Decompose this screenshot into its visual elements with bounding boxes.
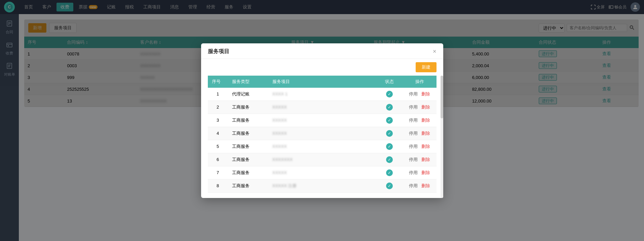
delete-button[interactable]: 删除 bbox=[421, 118, 430, 123]
modal-close-button[interactable]: × bbox=[433, 48, 437, 54]
modal-toolbar: 新建 bbox=[201, 59, 443, 76]
stop-button[interactable]: 停用 bbox=[409, 144, 418, 149]
modal-col-seq: 序号 bbox=[208, 76, 228, 88]
list-item: 3 工商服务 XXXXX ✓ 停用 删除 bbox=[208, 114, 437, 127]
status-check-icon: ✓ bbox=[386, 143, 393, 150]
list-item: 5 工商服务 XXXXX ✓ 停用 删除 bbox=[208, 140, 437, 153]
service-items-table: 序号 服务类型 服务项目 状态 操作 1 代理记账 XXXX 1 ✓ 停用 删除… bbox=[208, 76, 437, 193]
delete-button[interactable]: 删除 bbox=[421, 91, 430, 96]
stop-button[interactable]: 停用 bbox=[409, 183, 418, 188]
modal-header: 服务项目 × bbox=[201, 43, 443, 59]
stop-button[interactable]: 停用 bbox=[409, 118, 418, 123]
stop-button[interactable]: 停用 bbox=[409, 91, 418, 96]
status-check-icon: ✓ bbox=[386, 156, 393, 163]
stop-button[interactable]: 停用 bbox=[409, 157, 418, 162]
list-item: 7 工商服务 XXXXX ✓ 停用 删除 bbox=[208, 166, 437, 179]
modal-col-status: 状态 bbox=[376, 76, 403, 88]
new-service-button[interactable]: 新建 bbox=[416, 62, 437, 72]
modal-col-type: 服务类型 bbox=[228, 76, 268, 88]
modal-title: 服务项目 bbox=[208, 48, 229, 55]
list-item: 2 工商服务 XXXXX ✓ 停用 删除 bbox=[208, 101, 437, 114]
list-item: 4 工商服务 XXXXX ✓ 停用 删除 bbox=[208, 127, 437, 140]
modal-col-action: 操作 bbox=[403, 76, 437, 88]
stop-button[interactable]: 停用 bbox=[409, 170, 418, 175]
status-check-icon: ✓ bbox=[386, 169, 393, 176]
delete-button[interactable]: 删除 bbox=[421, 183, 430, 188]
status-check-icon: ✓ bbox=[386, 104, 393, 111]
list-item: 8 工商服务 XXXXX 注册 ✓ 停用 删除 bbox=[208, 179, 437, 192]
service-items-modal: 服务项目 × 新建 序号 服务类型 服务项目 状态 操作 1 代理记账 XXXX… bbox=[201, 43, 443, 198]
modal-col-item: 服务项目 bbox=[268, 76, 376, 88]
stop-button[interactable]: 停用 bbox=[409, 105, 418, 110]
delete-button[interactable]: 删除 bbox=[421, 105, 430, 110]
status-check-icon: ✓ bbox=[386, 117, 393, 124]
delete-button[interactable]: 删除 bbox=[421, 170, 430, 175]
list-item: 1 代理记账 XXXX 1 ✓ 停用 删除 bbox=[208, 88, 437, 101]
delete-button[interactable]: 删除 bbox=[421, 144, 430, 149]
status-check-icon: ✓ bbox=[386, 91, 393, 97]
delete-button[interactable]: 删除 bbox=[421, 131, 430, 136]
list-item: 6 工商服务 XXXXXXX ✓ 停用 删除 bbox=[208, 153, 437, 166]
status-check-icon: ✓ bbox=[386, 183, 393, 189]
delete-button[interactable]: 删除 bbox=[421, 157, 430, 162]
status-check-icon: ✓ bbox=[386, 130, 393, 137]
modal-body: 序号 服务类型 服务项目 状态 操作 1 代理记账 XXXX 1 ✓ 停用 删除… bbox=[201, 76, 443, 198]
stop-button[interactable]: 停用 bbox=[409, 131, 418, 136]
